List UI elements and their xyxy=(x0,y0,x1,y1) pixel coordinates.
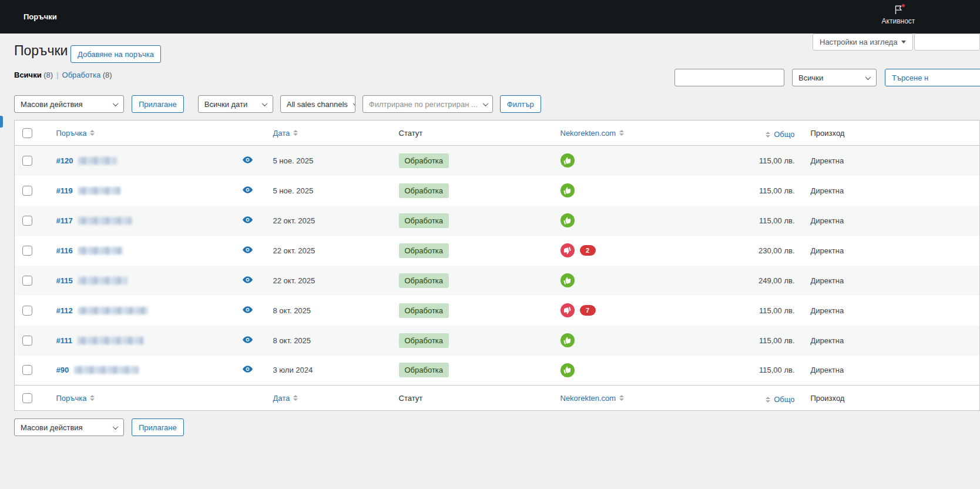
rating-indicator[interactable] xyxy=(561,333,575,347)
order-link[interactable]: #115 xyxy=(56,276,73,285)
table-footer-row: Поръчка Дата Статут Nekorekten.com xyxy=(15,386,980,411)
order-row: #117 22 окт. 2025 Обработка xyxy=(15,206,980,236)
apply-button[interactable]: Прилагане xyxy=(132,95,184,113)
sort-by-date-footer[interactable]: Дата xyxy=(273,394,298,403)
dates-filter-select[interactable]: Всички дати xyxy=(198,95,273,113)
order-total: 115,00 лв. xyxy=(759,336,795,345)
row-checkbox[interactable] xyxy=(22,246,32,256)
search-orders-input[interactable] xyxy=(674,69,784,86)
thumbs-up-icon xyxy=(561,213,575,227)
row-checkbox[interactable] xyxy=(22,336,32,346)
order-row: #116 22 окт. 2025 Обработка 2 xyxy=(15,236,980,266)
row-checkbox[interactable] xyxy=(22,216,32,226)
preview-eye-icon[interactable] xyxy=(243,276,253,283)
order-link[interactable]: #111 xyxy=(56,336,73,345)
order-status-badge: Обработка xyxy=(399,243,449,258)
preview-eye-icon[interactable] xyxy=(243,336,253,343)
preview-eye-icon[interactable] xyxy=(243,246,253,253)
order-total: 115,00 лв. xyxy=(759,366,795,374)
add-order-button[interactable]: Добавяне на поръчка xyxy=(71,45,161,63)
order-link[interactable]: #120 xyxy=(56,156,73,165)
rating-count-badge: 7 xyxy=(580,305,596,316)
order-column-label: Поръчка xyxy=(56,129,87,138)
bulk-actions-select[interactable]: Масови действия xyxy=(14,95,124,113)
activity-label: Активност xyxy=(880,17,917,25)
order-status-badge: Обработка xyxy=(399,153,449,168)
sort-arrows-icon xyxy=(619,395,624,401)
orders-admin-page: Поръчки Активност Настройки на изгледа П… xyxy=(0,0,980,489)
order-row: #115 22 окт. 2025 Обработка xyxy=(15,266,980,296)
registered-customer-placeholder: Филтриране по регистриран ... xyxy=(369,100,478,109)
order-link[interactable]: #119 xyxy=(56,186,73,195)
bulk-actions-select-footer[interactable]: Масови действия xyxy=(14,418,124,436)
footer-bulk-toolbar: Масови действия Прилагане xyxy=(14,418,184,436)
preview-eye-icon[interactable] xyxy=(243,216,253,223)
sales-channels-select[interactable]: All sales channels xyxy=(280,95,355,113)
order-link[interactable]: #112 xyxy=(56,306,73,315)
rating-indicator[interactable]: 2 xyxy=(561,243,596,257)
view-processing-count: (8) xyxy=(103,71,112,79)
sort-by-date[interactable]: Дата xyxy=(273,129,298,138)
rating-indicator[interactable] xyxy=(561,363,575,377)
row-checkbox[interactable] xyxy=(22,306,32,316)
row-checkbox[interactable] xyxy=(22,365,32,375)
order-status-badge: Обработка xyxy=(399,213,449,228)
screen-options-tab[interactable]: Настройки на изгледа xyxy=(813,34,913,51)
preview-eye-icon[interactable] xyxy=(243,186,253,193)
sort-by-total-footer[interactable]: Общо xyxy=(766,395,794,404)
apply-button-footer[interactable]: Прилагане xyxy=(132,418,184,436)
view-processing-link[interactable]: Обработка (8) xyxy=(62,71,112,79)
preview-eye-icon[interactable] xyxy=(243,156,253,163)
row-checkbox[interactable] xyxy=(22,276,32,286)
chevron-down-icon xyxy=(113,424,119,430)
sort-by-order-footer[interactable]: Поръчка xyxy=(56,394,95,403)
order-origin: Директна xyxy=(811,366,844,374)
search-orders-button[interactable]: Търсене н xyxy=(885,69,980,86)
preview-eye-icon[interactable] xyxy=(243,306,253,313)
sort-by-total[interactable]: Общо xyxy=(766,130,794,139)
flag-icon xyxy=(894,5,903,16)
help-tab-partial[interactable] xyxy=(914,34,980,51)
select-all-checkbox[interactable] xyxy=(22,128,32,138)
row-checkbox[interactable] xyxy=(22,156,32,166)
sort-by-order[interactable]: Поръчка xyxy=(56,129,95,138)
order-row: #120 5 ное. 2025 Обработка xyxy=(15,146,980,176)
view-all-link[interactable]: Всички (8) xyxy=(14,71,53,79)
filter-button[interactable]: Филтър xyxy=(500,95,541,113)
select-all-checkbox-footer[interactable] xyxy=(22,393,32,403)
activity-menu[interactable]: Активност xyxy=(880,5,917,25)
admin-bar-page-label: Поръчки xyxy=(24,0,57,34)
dates-filter-value: Всички дати xyxy=(204,100,248,109)
rating-indicator[interactable] xyxy=(561,153,575,168)
preview-eye-icon[interactable] xyxy=(243,366,253,373)
order-link[interactable]: #117 xyxy=(56,216,73,225)
notification-dot xyxy=(901,4,905,8)
view-all-count: (8) xyxy=(43,71,53,79)
order-date: 8 окт. 2025 xyxy=(273,336,311,345)
admin-bar: Поръчки Активност xyxy=(0,0,980,34)
registered-customer-filter-select[interactable]: Филтриране по регистриран ... xyxy=(363,95,493,113)
sort-arrows-icon xyxy=(619,130,624,136)
redacted-customer-name xyxy=(78,337,143,344)
sort-by-nekorekten-footer[interactable]: Nekorekten.com xyxy=(561,394,625,403)
rating-indicator[interactable] xyxy=(561,213,575,227)
rating-indicator[interactable] xyxy=(561,183,575,197)
order-date: 22 окт. 2025 xyxy=(273,276,316,285)
sort-arrows-icon xyxy=(293,395,298,401)
sort-by-nekorekten[interactable]: Nekorekten.com xyxy=(561,129,625,138)
rating-indicator[interactable] xyxy=(561,273,575,287)
order-link[interactable]: #116 xyxy=(56,246,73,255)
order-row: #111 8 окт. 2025 Обработка xyxy=(15,326,980,356)
search-customer-type-value: Всички xyxy=(798,73,823,82)
rating-count-badge: 2 xyxy=(580,245,596,256)
order-total: 115,00 лв. xyxy=(759,306,795,315)
chevron-down-icon xyxy=(261,101,267,106)
row-checkbox[interactable] xyxy=(22,186,32,196)
order-total: 115,00 лв. xyxy=(759,156,795,165)
table-header-row: Поръчка Дата Статут Nekorekten.com xyxy=(15,120,980,146)
search-customer-type-select[interactable]: Всички xyxy=(792,69,877,86)
order-link[interactable]: #90 xyxy=(56,366,69,374)
rating-indicator[interactable]: 7 xyxy=(561,303,596,317)
orders-tbody: #120 5 ное. 2025 Обработка xyxy=(15,146,980,386)
admin-menu-collapse-nub[interactable] xyxy=(0,116,3,128)
